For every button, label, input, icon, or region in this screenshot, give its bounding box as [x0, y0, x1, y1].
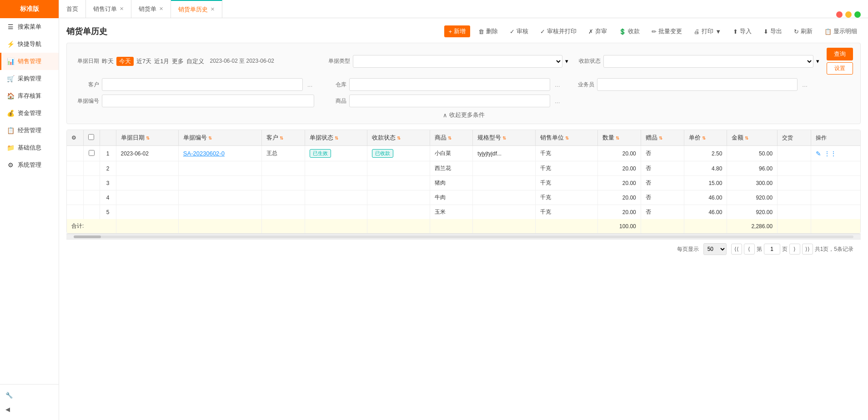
- page-input[interactable]: [764, 244, 780, 255]
- audit-button[interactable]: ✓ 审核: [506, 25, 532, 37]
- import-button[interactable]: ⬆ 导入: [729, 25, 755, 37]
- th-unit-price[interactable]: 单价 ⇅: [684, 130, 727, 146]
- shortcut-custom[interactable]: 自定义: [186, 57, 204, 65]
- batch-change-button[interactable]: ✏ 批量变更: [648, 25, 686, 37]
- row-doc-date: [116, 205, 178, 220]
- page-last-btn[interactable]: ⟩⟩: [802, 244, 813, 255]
- row-doc-status: 已生效: [305, 146, 367, 161]
- tab-sales-order[interactable]: 销售订单 ✕: [86, 0, 131, 18]
- scrollbar-thumb[interactable]: [74, 235, 101, 238]
- page-size-select[interactable]: 20 50 100: [703, 243, 727, 255]
- search-menu-icon: ☰: [7, 23, 14, 30]
- sidebar-item-operations[interactable]: 📋 经营管理: [0, 122, 59, 139]
- row-unit-price: 46.00: [684, 205, 727, 220]
- row-unit-price: 15.00: [684, 176, 727, 190]
- customer-input[interactable]: [102, 78, 303, 91]
- query-section: 查询 设置: [827, 48, 853, 75]
- sidebar-bottom-collapse[interactable]: ◀: [0, 402, 59, 416]
- collect-button[interactable]: 💲 收款: [615, 25, 643, 37]
- th-doc-date[interactable]: 单据日期 ⇅: [116, 130, 178, 146]
- th-goods[interactable]: 商品 ⇅: [430, 130, 473, 146]
- filter-settings-button[interactable]: 设置: [827, 62, 853, 75]
- more-icon[interactable]: ⋮⋮: [824, 150, 837, 157]
- sidebar-item-basic-info[interactable]: 📁 基础信息: [0, 139, 59, 156]
- goods-input[interactable]: [349, 95, 550, 107]
- window-close-btn[interactable]: [836, 11, 843, 18]
- th-amount[interactable]: 金额 ⇅: [727, 130, 778, 146]
- sort-customer-icon: ⇅: [280, 135, 283, 140]
- sys-mgmt-icon: ⚙: [7, 161, 14, 169]
- filter-customer: 客户 ...: [74, 78, 314, 91]
- shortcut-last7[interactable]: 近7天: [136, 57, 151, 65]
- tab-home[interactable]: 首页: [59, 0, 86, 18]
- summary-spacer10: [684, 219, 727, 233]
- filter-doc-no: 单据编号: [74, 95, 314, 107]
- warehouse-dots[interactable]: ...: [553, 81, 562, 88]
- th-doc-no[interactable]: 单据编号 ⇅: [178, 130, 261, 146]
- row-unit-price: 46.00: [684, 190, 727, 205]
- collapse-btn[interactable]: ∧ 收起更多条件: [74, 111, 853, 119]
- tab-sales-history-close[interactable]: ✕: [211, 6, 215, 12]
- refresh-button[interactable]: ↻ 刷新: [790, 25, 816, 37]
- new-button[interactable]: + 新增: [444, 25, 471, 37]
- select-all-checkbox[interactable]: [88, 134, 94, 140]
- window-controls: [833, 11, 864, 18]
- th-qty[interactable]: 数量 ⇅: [597, 130, 641, 146]
- employee-input[interactable]: [597, 78, 798, 91]
- goods-label: 商品: [321, 97, 346, 105]
- employee-dots[interactable]: ...: [800, 81, 809, 88]
- doc-type-select[interactable]: [353, 55, 563, 68]
- tab-sales-goods[interactable]: 销货单 ✕: [131, 0, 171, 18]
- page-label2: 页: [782, 245, 788, 253]
- query-button[interactable]: 查询: [827, 48, 853, 60]
- row-checkbox[interactable]: [89, 150, 95, 156]
- sidebar-item-inventory[interactable]: 🏠 库存核算: [0, 87, 59, 105]
- th-gear[interactable]: ⚙: [67, 130, 83, 146]
- sidebar-item-sales-mgmt[interactable]: 📊 销售管理: [0, 53, 59, 70]
- row-num: 1: [100, 146, 116, 161]
- doc-no-link[interactable]: SA-20230602-0: [183, 150, 225, 157]
- audit-print-button[interactable]: ✓ 审核并打印: [537, 25, 580, 37]
- th-spec[interactable]: 规格型号 ⇅: [473, 130, 535, 146]
- sidebar-bottom-settings[interactable]: 🔧: [0, 388, 59, 402]
- sidebar-item-search-menu[interactable]: ☰ 搜索菜单: [0, 18, 59, 35]
- export-button[interactable]: ⬇ 导出: [760, 25, 786, 37]
- page-first-btn[interactable]: ⟨⟨: [731, 244, 742, 255]
- window-min-btn[interactable]: [845, 11, 852, 18]
- tab-sales-goods-close[interactable]: ✕: [159, 6, 163, 12]
- table-row: 2 西兰花 千克 20.00 否 4.80 96.00: [67, 161, 860, 176]
- warehouse-input[interactable]: [349, 78, 550, 91]
- goods-dots[interactable]: ...: [553, 97, 562, 105]
- delete-button[interactable]: 🗑 删除: [475, 25, 502, 37]
- page-next-btn[interactable]: ⟩: [789, 244, 800, 255]
- page-prev-btn[interactable]: ⟨: [744, 244, 755, 255]
- shortcut-more[interactable]: 更多: [172, 57, 184, 65]
- th-gift[interactable]: 赠品 ⇅: [641, 130, 684, 146]
- th-unit[interactable]: 销售单位 ⇅: [535, 130, 597, 146]
- show-detail-button[interactable]: 📋 显示明细: [821, 25, 861, 37]
- customer-dots[interactable]: ...: [306, 81, 315, 88]
- horizontal-scrollbar[interactable]: [66, 234, 861, 239]
- tab-sales-history[interactable]: 销货单历史 ✕: [171, 0, 222, 18]
- print-button[interactable]: 🖨 打印 ▼: [690, 25, 725, 37]
- th-doc-status[interactable]: 单据状态 ⇅: [305, 130, 367, 146]
- sidebar-item-sys-mgmt[interactable]: ⚙ 系统管理: [0, 156, 59, 174]
- row-qty: 20.00: [597, 190, 641, 205]
- shortcut-yesterday[interactable]: 昨天: [102, 57, 114, 65]
- table-head: ⚙ 单据日期 ⇅ 单据编号 ⇅: [67, 130, 860, 146]
- sidebar-item-purchase-mgmt[interactable]: 🛒 采购管理: [0, 70, 59, 87]
- tab-sales-order-close[interactable]: ✕: [120, 6, 124, 12]
- shortcut-last-month[interactable]: 近1月: [154, 57, 169, 65]
- edit-icon[interactable]: ✎: [816, 150, 821, 157]
- sidebar-item-finance[interactable]: 💰 资金管理: [0, 105, 59, 122]
- shortcut-today[interactable]: 今天: [116, 57, 134, 66]
- sidebar-item-quick-nav[interactable]: ⚡ 快捷导航: [0, 35, 59, 53]
- abandon-button[interactable]: ✗ 弃审: [585, 25, 611, 37]
- th-collect-status[interactable]: 收款状态 ⇅: [367, 130, 430, 146]
- collect-status-select[interactable]: [603, 55, 813, 68]
- window-max-btn[interactable]: [854, 11, 861, 18]
- th-customer[interactable]: 客户 ⇅: [262, 130, 305, 146]
- row-doc-date: [116, 161, 178, 176]
- doc-no-input[interactable]: [102, 95, 314, 107]
- filter-doc-type: 单据类型 ▾: [325, 55, 569, 68]
